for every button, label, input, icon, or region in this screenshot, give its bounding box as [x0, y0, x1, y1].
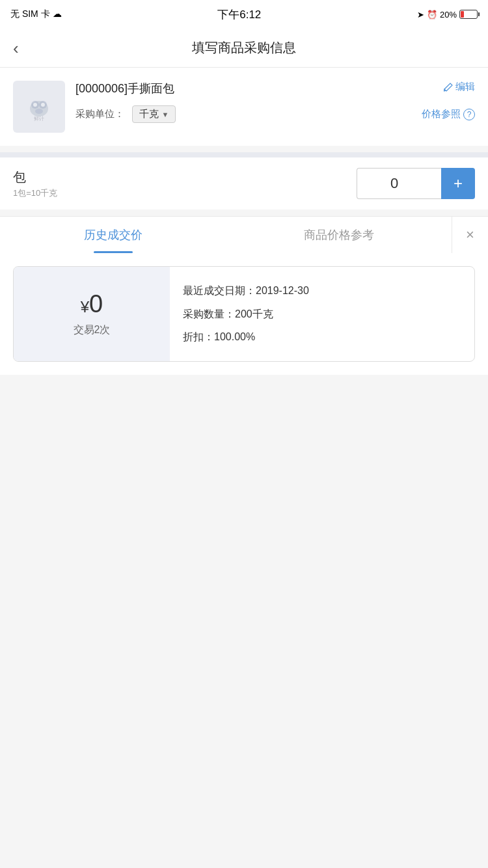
price-reference-button[interactable]: 价格参照 ? [422, 108, 475, 120]
close-icon: × [466, 226, 474, 243]
back-button[interactable]: ‹ [13, 40, 19, 57]
price-detail-qty: 采购数量：200千克 [183, 306, 461, 323]
price-card: ¥0 交易2次 最近成交日期：2019-12-30 采购数量：200千克 折扣：… [13, 266, 475, 362]
edit-icon [444, 83, 453, 92]
tab-price-reference[interactable]: 商品价格参考 [226, 217, 452, 253]
product-image-icon: 鲜计 [23, 90, 55, 123]
nav-bar: ‹ 填写商品采购信息 [0, 29, 488, 68]
quantity-input[interactable] [357, 168, 441, 199]
main-content [0, 375, 488, 830]
price-detail-date: 最近成交日期：2019-12-30 [183, 282, 461, 299]
page-title: 填写商品采购信息 [192, 39, 296, 57]
quantity-unit-label: 包 [13, 169, 57, 186]
price-txn-count: 交易2次 [74, 323, 111, 337]
product-info: [0000006]手撕面包 编辑 采购单位： 千克 ▼ 价格参照 ? [75, 81, 475, 123]
tab-close-button[interactable]: × [452, 217, 488, 253]
unit-label-group: 采购单位： 千克 ▼ [75, 105, 176, 123]
tab-bar: 历史成交价 商品价格参考 × [0, 216, 488, 253]
price-detail-discount: 折扣：100.00% [183, 329, 461, 346]
status-battery-percent: 20% [440, 10, 457, 20]
section-divider [0, 152, 488, 157]
price-card-right: 最近成交日期：2019-12-30 采购数量：200千克 折扣：100.00% [170, 267, 474, 361]
battery-icon [459, 10, 478, 19]
price-amount: ¥0 [81, 290, 103, 318]
quantity-conversion: 1包=10千克 [13, 187, 57, 199]
quantity-plus-button[interactable]: + [441, 168, 475, 199]
product-unit-row: 采购单位： 千克 ▼ 价格参照 ? [75, 105, 475, 123]
product-section: 鲜计 [0000006]手撕面包 编辑 采购单位： 千克 ▼ 价格参照 [0, 68, 488, 146]
edit-button[interactable]: 编辑 [444, 81, 475, 93]
price-ref-question-icon: ? [463, 109, 475, 120]
price-card-left: ¥0 交易2次 [14, 267, 170, 361]
svg-text:鲜计: 鲜计 [34, 116, 44, 122]
quantity-section: 包 1包=10千克 + [0, 157, 488, 210]
status-location-icon: ➤ [417, 10, 424, 20]
product-name: [0000006]手撕面包 [75, 81, 174, 96]
tab-active-indicator [94, 251, 133, 253]
product-header: [0000006]手撕面包 编辑 [75, 81, 475, 96]
status-bar: 无 SIM 卡 ☁ 下午6:12 ➤ ⏰ 20% [0, 0, 488, 29]
battery-fill [461, 11, 464, 18]
tab-history-price[interactable]: 历史成交价 [0, 217, 226, 253]
svg-point-5 [35, 109, 43, 114]
status-carrier: 无 SIM 卡 ☁ [10, 8, 62, 20]
status-time: 下午6:12 [217, 7, 261, 22]
status-alarm-icon: ⏰ [427, 10, 437, 20]
svg-point-4 [41, 103, 45, 107]
quantity-input-group: + [357, 168, 475, 199]
unit-chevron-icon: ▼ [161, 111, 169, 118]
price-card-container: ¥0 交易2次 最近成交日期：2019-12-30 采购数量：200千克 折扣：… [0, 253, 488, 375]
status-right-group: ➤ ⏰ 20% [417, 10, 478, 20]
price-currency: ¥ [81, 298, 89, 316]
unit-label: 采购单位： [75, 108, 124, 119]
quantity-label-group: 包 1包=10千克 [13, 169, 57, 199]
unit-select[interactable]: 千克 ▼ [132, 105, 176, 123]
product-thumbnail: 鲜计 [13, 81, 65, 133]
svg-point-3 [33, 103, 37, 107]
